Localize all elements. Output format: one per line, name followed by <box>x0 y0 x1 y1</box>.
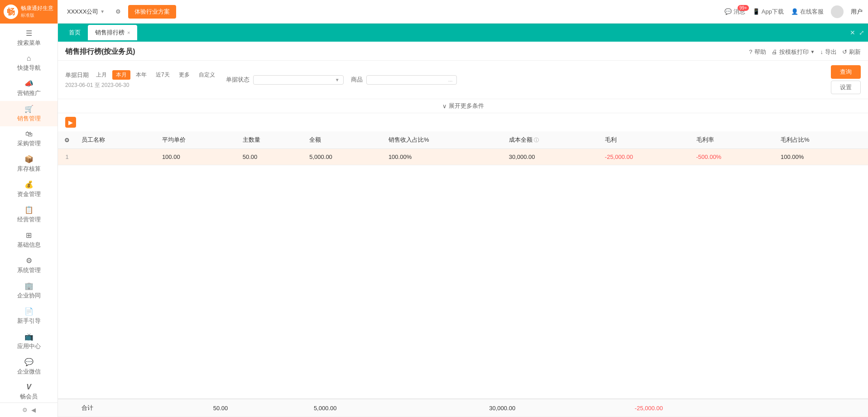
status-select[interactable]: ▼ <box>253 75 344 85</box>
topbar-settings-button[interactable]: ⚙ <box>112 5 125 18</box>
date-opt-7days[interactable]: 近7天 <box>152 70 173 80</box>
operation-icon: 📋 <box>24 206 34 214</box>
online-service-button[interactable]: 👤 在线客服 <box>791 8 824 16</box>
goods-select[interactable]: … <box>366 75 457 85</box>
print-icon: 🖨 <box>772 48 777 55</box>
sidebar-item-label: 企业微信 <box>17 368 41 376</box>
refresh-icon: ↺ <box>842 48 847 55</box>
date-options: 上月 本月 本年 近7天 更多 自定义 <box>92 70 219 80</box>
th-settings[interactable]: ⚙ <box>58 131 76 149</box>
date-range-display: 2023-06-01 至 2023-06-30 <box>65 81 219 89</box>
tab-close-icon[interactable]: × <box>127 30 130 35</box>
help-label: 帮助 <box>754 48 766 56</box>
date-opt-this-year[interactable]: 本年 <box>132 70 150 80</box>
table-header: ⚙ 员工名称 平均单价 主数量 全额 销售收入占比% 成本全额 ⓘ 毛利 毛利率 <box>58 131 868 149</box>
help-icon: ? <box>749 48 752 55</box>
guide-icon: 📄 <box>24 307 34 316</box>
collapse-icon[interactable]: ◀ <box>31 407 36 413</box>
expand-label: 展开更多条件 <box>449 102 484 110</box>
footer-table: 合计 50.00 5,000.00 30,000.00 -25,000.00 <box>58 399 868 417</box>
message-button[interactable]: 💬 消息 99+ <box>724 8 745 16</box>
sidebar-item-search[interactable]: ☰ 搜索菜单 <box>0 25 58 51</box>
sidebar-bottom: ⚙ ◀ <box>0 403 58 417</box>
sidebar-item-finance[interactable]: 💰 资金管理 <box>0 177 58 202</box>
footer-gross: -25,000.00 <box>629 399 783 417</box>
data-table: ⚙ 员工名称 平均单价 主数量 全额 销售收入占比% 成本全额 ⓘ 毛利 毛利率 <box>58 131 868 165</box>
table-body: 1 100.00 50.00 5,000.00 100.00% 30,000.0… <box>58 149 868 165</box>
th-gross-pct: 毛利占比% <box>775 131 868 149</box>
export-icon: ↓ <box>820 48 824 55</box>
sidebar-item-inventory[interactable]: 📦 库存核算 <box>0 151 58 177</box>
refresh-button[interactable]: ↺ 刷新 <box>842 48 861 56</box>
app-center-icon: 📺 <box>24 332 34 341</box>
chevron-down-icon: ▼ <box>100 9 105 14</box>
help-button[interactable]: ? 帮助 <box>749 48 766 56</box>
sidebar: 畅 畅康通好生意 标准版 ☰ 搜索菜单 ⌂ 快捷导航 📣 营销推广 🛒 销售管理… <box>0 0 58 417</box>
tabbar: 首页 销售排行榜 × ✕ ⤢ <box>58 24 868 42</box>
export-label: 导出 <box>825 48 837 56</box>
cell-cost: 30,000.00 <box>504 149 599 165</box>
goods-filter-label: 商品 <box>351 76 363 84</box>
date-opt-more[interactable]: 更多 <box>175 70 193 80</box>
message-icon: 💬 <box>724 8 732 15</box>
template-print-button[interactable]: 🖨 按模板打印 ▼ <box>772 48 815 56</box>
tab-close-window-icon[interactable]: ✕ <box>850 29 855 36</box>
username-display: 用户 <box>851 8 863 16</box>
basic-icon: ⊞ <box>26 231 32 240</box>
cell-avg-price: 100.00 <box>157 149 237 165</box>
sidebar-item-quick-nav[interactable]: ⌂ 快捷导航 <box>0 51 58 76</box>
expand-more-button[interactable]: ∨ 展开更多条件 <box>442 102 484 110</box>
th-avg-price: 平均单价 <box>157 131 237 149</box>
sidebar-item-system[interactable]: ⚙ 系统管理 <box>0 253 58 278</box>
table-container: ⚙ 员工名称 平均单价 主数量 全额 销售收入占比% 成本全额 ⓘ 毛利 毛利率 <box>58 131 868 398</box>
sidebar-item-label: 资金管理 <box>17 190 41 198</box>
sidebar-item-marketing[interactable]: 📣 营销推广 <box>0 76 58 101</box>
status-select-arrow: ▼ <box>335 77 340 82</box>
user-avatar[interactable] <box>831 5 844 18</box>
trial-button[interactable]: 体验行业方案 <box>128 5 176 19</box>
sidebar-item-label: 基础信息 <box>17 241 41 249</box>
app-sub: 标准版 <box>21 12 53 19</box>
sidebar-item-label: 销售管理 <box>17 115 41 123</box>
online-service-label: 在线客服 <box>800 8 824 16</box>
sidebar-item-purchase[interactable]: 🛍 采购管理 <box>0 126 58 151</box>
company-selector[interactable]: XXXXX公司 ▼ <box>63 6 108 18</box>
topbar: XXXXX公司 ▼ ⚙ 体验行业方案 💬 消息 99+ 📱 App下载 👤 在线… <box>58 0 868 24</box>
query-button[interactable]: 查询 <box>831 65 861 79</box>
service-icon: 👤 <box>791 8 798 15</box>
sidebar-item-wechat[interactable]: 💬 企业微信 <box>0 354 58 379</box>
settings-icon[interactable]: ⚙ <box>22 407 28 413</box>
cell-gross-rate: -500.00% <box>691 149 775 165</box>
tab-home[interactable]: 首页 <box>62 25 88 40</box>
tab-maximize-icon[interactable]: ⤢ <box>859 29 864 36</box>
orange-arrow-button[interactable]: ▶ <box>65 117 76 128</box>
date-opt-last-month[interactable]: 上月 <box>92 70 110 80</box>
app-name: 畅康通好生意 <box>21 5 53 12</box>
sidebar-item-operation[interactable]: 📋 经营管理 <box>0 202 58 227</box>
date-opt-custom[interactable]: 自定义 <box>195 70 219 80</box>
app-download-button[interactable]: 📱 App下载 <box>753 8 784 16</box>
sidebar-item-app-center[interactable]: 📺 应用中心 <box>0 329 58 354</box>
cell-amount: 5,000.00 <box>304 149 383 165</box>
marketing-icon: 📣 <box>24 79 34 88</box>
sidebar-item-basic[interactable]: ⊞ 基础信息 <box>0 227 58 253</box>
filter-settings-button[interactable]: 设置 <box>831 81 861 94</box>
sidebar-logo: 畅 畅康通好生意 标准版 <box>0 0 58 24</box>
sidebar-item-sales[interactable]: 🛒 销售管理 <box>0 101 58 126</box>
system-icon: ⚙ <box>26 256 32 265</box>
tab-sales-ranking[interactable]: 销售排行榜 × <box>88 25 137 40</box>
logo-icon: 畅 <box>4 5 18 19</box>
export-button[interactable]: ↓ 导出 <box>820 48 837 56</box>
print-arrow-icon: ▼ <box>810 49 815 54</box>
sidebar-item-label: 搜索菜单 <box>17 39 41 47</box>
cell-rank: 1 <box>58 149 76 165</box>
sidebar-item-guide[interactable]: 📄 新手引导 <box>0 303 58 329</box>
sidebar-item-member[interactable]: V 畅会员 <box>0 379 58 403</box>
date-opt-this-month[interactable]: 本月 <box>112 70 130 80</box>
date-filter-label: 单据日期 <box>65 71 89 79</box>
settings-icon: ⚙ <box>64 137 70 144</box>
sidebar-item-label: 企业协同 <box>17 292 41 300</box>
th-cost: 成本全额 ⓘ <box>504 131 599 149</box>
table-row: 1 100.00 50.00 5,000.00 100.00% 30,000.0… <box>58 149 868 165</box>
sidebar-item-enterprise-coop[interactable]: 🏢 企业协同 <box>0 278 58 303</box>
